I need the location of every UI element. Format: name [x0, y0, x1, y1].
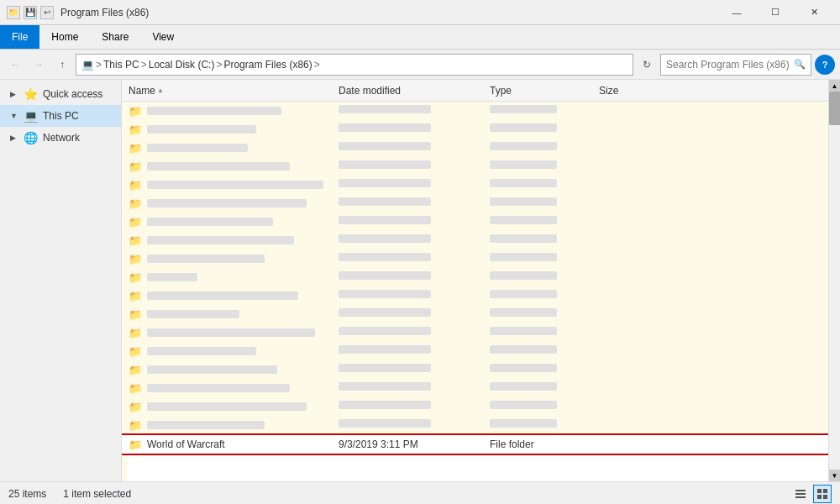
- folder-icon: 📁: [129, 290, 142, 302]
- sidebar-item-this-pc[interactable]: ▼ 💻 This PC: [0, 105, 121, 127]
- maximize-button[interactable]: ☐: [756, 0, 795, 25]
- refresh-button[interactable]: ↻: [637, 55, 657, 75]
- title-icon-1[interactable]: 📁: [7, 6, 20, 19]
- table-row[interactable]: 📁: [122, 157, 828, 176]
- help-button[interactable]: ?: [815, 55, 835, 75]
- file-name-cell: 📁: [129, 234, 339, 247]
- tab-home[interactable]: Home: [39, 25, 90, 49]
- back-button[interactable]: ←: [5, 55, 25, 75]
- file-type-cell: [490, 419, 599, 431]
- file-name-cell: 📁: [129, 290, 339, 302]
- blurred-name: [147, 181, 323, 189]
- scrollbar[interactable]: ▲ ▼: [828, 80, 840, 481]
- search-box[interactable]: 🔍: [660, 54, 811, 76]
- details-view-button[interactable]: [791, 485, 810, 503]
- table-row[interactable]: 📁: [122, 194, 828, 213]
- svg-rect-2: [795, 496, 806, 498]
- forward-button[interactable]: →: [29, 55, 49, 75]
- large-icons-view-button[interactable]: [813, 485, 832, 503]
- blurred-name: [147, 402, 307, 411]
- search-icon: 🔍: [794, 59, 806, 70]
- content-area: Name ▲ Date modified Type Size 📁: [122, 80, 828, 481]
- table-row[interactable]: 📁: [122, 249, 828, 268]
- scroll-down-button[interactable]: ▼: [829, 470, 841, 481]
- up-button[interactable]: ↑: [52, 55, 72, 75]
- file-type-cell: [490, 382, 599, 394]
- file-name-cell: 📁: [129, 419, 339, 432]
- blurred-name: [147, 162, 290, 171]
- file-type-cell: [490, 216, 599, 228]
- col-header-name[interactable]: Name ▲: [129, 85, 339, 97]
- table-row[interactable]: 📁: [122, 397, 828, 416]
- folder-icon: 📁: [129, 123, 142, 136]
- file-name-cell: 📁: [129, 253, 339, 265]
- sort-arrow-name: ▲: [157, 87, 164, 94]
- table-row[interactable]: 📁: [122, 176, 828, 194]
- table-row[interactable]: 📁: [122, 305, 828, 323]
- title-icon-2[interactable]: 💾: [24, 6, 37, 19]
- file-name-cell: 📁: [129, 382, 339, 395]
- title-bar: 📁 💾 ↩ Program Files (x86) — ☐ ✕: [0, 0, 840, 25]
- title-text: Program Files (x86): [60, 7, 717, 18]
- selected-folder-icon: 📁: [129, 438, 142, 451]
- blurred-name: [147, 199, 307, 207]
- blurred-name: [147, 107, 281, 115]
- blurred-name: [147, 291, 298, 300]
- col-header-date[interactable]: Date modified: [339, 85, 490, 97]
- title-icon-3[interactable]: ↩: [40, 6, 54, 19]
- folder-icon: 📁: [129, 308, 142, 321]
- table-row[interactable]: 📁: [122, 379, 828, 397]
- file-type-cell: [490, 142, 599, 154]
- file-type-cell: [490, 290, 599, 302]
- this-pc-label: This PC: [43, 110, 79, 122]
- file-list[interactable]: 📁 📁 📁: [122, 102, 828, 481]
- file-name-cell: 📁: [129, 308, 339, 321]
- details-view-icon: [795, 488, 806, 500]
- table-row[interactable]: 📁: [122, 323, 828, 342]
- file-date-cell: [339, 382, 490, 394]
- tab-file[interactable]: File: [0, 25, 39, 49]
- svg-rect-0: [795, 490, 806, 491]
- file-date-cell: [339, 401, 490, 412]
- search-input[interactable]: [666, 59, 794, 71]
- file-name-cell: 📁: [129, 160, 339, 173]
- file-type-cell: [490, 197, 599, 209]
- file-type-cell: [490, 345, 599, 357]
- table-row[interactable]: 📁: [122, 360, 828, 379]
- file-name-cell: 📁: [129, 216, 339, 228]
- breadcrumb-arrow-3: >: [216, 59, 222, 71]
- file-type-cell: [490, 105, 599, 117]
- table-row[interactable]: 📁: [122, 231, 828, 249]
- col-header-size[interactable]: Size: [599, 85, 683, 97]
- file-date-cell: [339, 123, 490, 135]
- table-row[interactable]: 📁: [122, 213, 828, 231]
- sidebar-item-quick-access[interactable]: ▶ ⭐ Quick access: [0, 83, 121, 105]
- scroll-thumb[interactable]: [829, 92, 841, 125]
- table-row[interactable]: 📁: [122, 120, 828, 139]
- folder-icon: 📁: [129, 160, 142, 173]
- blurred-name: [147, 421, 265, 429]
- close-button[interactable]: ✕: [795, 0, 833, 25]
- breadcrumb-arrow-2: >: [141, 59, 147, 71]
- table-row[interactable]: 📁: [122, 342, 828, 360]
- tab-share[interactable]: Share: [90, 25, 140, 49]
- breadcrumb-arrow-1: >: [96, 59, 102, 71]
- selected-file-date: 9/3/2019 3:11 PM: [339, 438, 490, 450]
- minimize-button[interactable]: —: [717, 0, 756, 25]
- folder-icon: 📁: [129, 419, 142, 432]
- table-row[interactable]: 📁: [122, 416, 828, 434]
- table-row[interactable]: 📁: [122, 102, 828, 120]
- address-bar[interactable]: 💻 > This PC > Local Disk (C:) > Program …: [76, 54, 633, 76]
- selected-file-name-cell: 📁 World of Warcraft: [129, 438, 339, 451]
- folder-icon: 📁: [129, 382, 142, 395]
- sidebar-item-network[interactable]: ▶ 🌐 Network: [0, 127, 121, 149]
- table-row[interactable]: 📁: [122, 286, 828, 305]
- scroll-up-button[interactable]: ▲: [829, 80, 841, 92]
- selected-row-world-of-warcraft[interactable]: 📁 World of Warcraft 9/3/2019 3:11 PM Fil…: [122, 435, 828, 454]
- tab-view[interactable]: View: [140, 25, 186, 49]
- file-name-cell: 📁: [129, 327, 339, 339]
- table-row[interactable]: 📁: [122, 268, 828, 286]
- col-header-type[interactable]: Type: [490, 85, 599, 97]
- folder-icon: 📁: [129, 142, 142, 155]
- table-row[interactable]: 📁: [122, 139, 828, 157]
